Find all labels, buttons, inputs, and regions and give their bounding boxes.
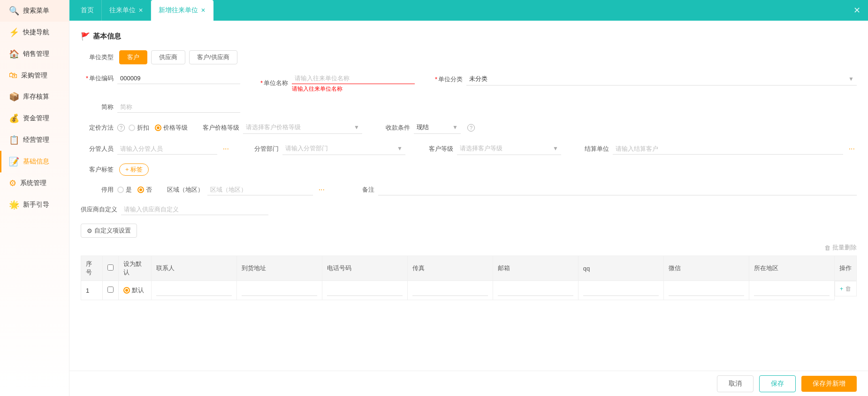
tab-counterparty-close[interactable]: ✕	[138, 7, 143, 14]
sidebar-item-purchase[interactable]: 🛍 采购管理	[0, 65, 69, 86]
abbr-input[interactable]	[117, 101, 240, 113]
row-delete-btn[interactable]: 🗑	[845, 285, 851, 292]
unit-code-name-category-row: 单位编码 单位名称 请输入往来单位名称 单位分类 未分类 ▼	[81, 73, 857, 93]
tab-bar: 首页 往来单位 ✕ 新增往来单位 ✕ ✕	[69, 0, 868, 21]
row-qq-input[interactable]	[583, 285, 659, 296]
pricing-method-help-icon[interactable]: ?	[117, 124, 125, 132]
inventory-icon: 📦	[9, 92, 19, 102]
sidebar-item-label: 搜索菜单	[23, 7, 49, 15]
finance-icon: 💰	[9, 113, 19, 124]
row-fax-input[interactable]	[412, 285, 488, 296]
customer-price-level-select[interactable]: 请选择客户价格等级 ▼	[243, 121, 362, 134]
customer-price-level-label: 客户价格等级	[203, 124, 239, 132]
customer-level-select[interactable]: 请选择客户等级 ▼	[457, 142, 561, 155]
unit-type-row: 单位类型 客户 供应商 客户/供应商	[81, 50, 857, 64]
row-contact-input[interactable]	[156, 285, 232, 296]
close-all-tabs-button[interactable]: ✕	[850, 3, 864, 17]
unit-name-wrap: 请输入往来单位名称	[292, 73, 415, 93]
row-email-input[interactable]	[498, 285, 573, 296]
unit-code-input[interactable]	[117, 73, 240, 84]
unit-category-select[interactable]: 未分类 ▼	[466, 73, 857, 85]
discount-label: 折扣	[137, 124, 149, 132]
supplier-custom-input[interactable]	[121, 204, 268, 215]
sidebar-item-finance[interactable]: 💰 资金管理	[0, 108, 69, 129]
col-phone: 电话号码	[322, 256, 407, 281]
row-checkbox	[102, 281, 118, 300]
select-all-checkbox[interactable]	[107, 264, 114, 271]
tab-home[interactable]: 首页	[73, 0, 102, 21]
custom-settings-label: 自定义项设置	[94, 226, 131, 235]
payment-terms-arrow: ▼	[452, 124, 458, 131]
manager-input[interactable]	[117, 143, 217, 155]
save-button[interactable]: 保存	[759, 375, 796, 392]
sidebar-item-quicknav[interactable]: ⚡ 快捷导航	[0, 22, 69, 43]
manager-more-btn[interactable]: ···	[221, 145, 231, 153]
row-region	[749, 281, 834, 300]
row-checkbox-1[interactable]	[107, 287, 114, 293]
tab-counterparty[interactable]: 往来单位 ✕	[102, 0, 151, 21]
sidebar-item-system[interactable]: ⚙ 系统管理	[0, 172, 69, 194]
unit-type-customer-btn[interactable]: 客户	[119, 50, 147, 64]
row-address-input[interactable]	[242, 285, 317, 296]
batch-delete-button[interactable]: 🗑 批量删除	[824, 243, 857, 252]
row-wechat-input[interactable]	[669, 285, 744, 296]
pricing-discount-radio[interactable]: 折扣	[129, 124, 149, 132]
row-phone-input[interactable]	[327, 285, 403, 296]
search-menu-icon: 🔍	[9, 6, 19, 16]
region-input[interactable]	[207, 184, 313, 195]
row-default-radio[interactable]: 默认	[123, 286, 147, 295]
sidebar-item-search[interactable]: 🔍 搜索菜单	[0, 0, 69, 22]
gear-icon: ⚙	[87, 227, 92, 234]
abbr-group: 简称	[81, 101, 240, 113]
customer-tags-group: 客户标签 + 标签	[81, 163, 149, 176]
sidebar-item-basicinfo[interactable]: 📝 基础信息	[0, 151, 69, 172]
disabled-label: 停用	[81, 186, 114, 194]
unit-type-supplier-btn[interactable]: 供应商	[151, 50, 185, 64]
unit-type-both-btn[interactable]: 客户/供应商	[189, 50, 237, 64]
disabled-no-radio[interactable]: 否	[137, 186, 152, 194]
sidebar-item-sales[interactable]: 🏠 销售管理	[0, 43, 69, 65]
add-tag-button[interactable]: + 标签	[119, 163, 149, 176]
col-email: 邮箱	[493, 256, 578, 281]
customer-level-placeholder: 请选择客户等级	[460, 144, 503, 153]
col-actions: 操作	[834, 256, 856, 281]
disabled-region-remark-row: 停用 是 否 区域（地区） ···	[81, 184, 857, 195]
section-title-label: 基本信息	[93, 32, 121, 41]
table-row: 1 默认	[81, 281, 857, 300]
unit-category-value: 未分类	[469, 75, 487, 83]
unit-category-group: 单位分类 未分类 ▼	[430, 73, 857, 85]
contact-table: 序号 设为默认 联系人 到货地址 电话号码 传真 邮箱 qq 微信 所在地区 操…	[81, 256, 857, 300]
sidebar-item-operations[interactable]: 📋 经营管理	[0, 129, 69, 151]
content-area: 🚩 基本信息 单位类型 客户 供应商 客户/供应商 单位编码 单位名称	[69, 21, 868, 371]
settlement-unit-more-btn[interactable]: ···	[847, 145, 857, 153]
sidebar-item-inventory[interactable]: 📦 库存核算	[0, 86, 69, 108]
sidebar-item-label: 资金管理	[23, 114, 49, 123]
cancel-button[interactable]: 取消	[717, 375, 754, 392]
region-more-btn[interactable]: ···	[317, 186, 327, 194]
row-add-btn[interactable]: +	[840, 285, 844, 292]
department-label: 分管部门	[246, 145, 279, 153]
tab-new-counterparty-close[interactable]: ✕	[201, 7, 206, 14]
unit-type-label: 单位类型	[81, 53, 114, 62]
sidebar-item-label: 快捷导航	[23, 28, 49, 37]
remark-input[interactable]	[378, 184, 857, 195]
disabled-yes-radio[interactable]: 是	[117, 186, 132, 194]
department-group: 分管部门 请输入分管部门 ▼	[246, 142, 405, 155]
pricing-level-radio[interactable]: 价格等级	[155, 124, 188, 132]
payment-terms-select[interactable]: 现结 ▼	[414, 121, 461, 134]
operations-icon: 📋	[9, 135, 19, 145]
settlement-unit-input[interactable]	[613, 143, 843, 155]
tab-new-counterparty[interactable]: 新增往来单位 ✕	[151, 0, 213, 21]
sidebar-item-newbie[interactable]: 🌟 新手引导	[0, 194, 69, 216]
customer-level-label: 客户等级	[420, 145, 453, 153]
save-and-new-button[interactable]: 保存并新增	[801, 376, 857, 392]
unit-name-input[interactable]	[292, 73, 415, 84]
custom-settings-button[interactable]: ⚙ 自定义项设置	[81, 224, 137, 238]
department-select[interactable]: 请输入分管部门 ▼	[282, 142, 405, 155]
disabled-no-label: 否	[146, 186, 152, 194]
tab-counterparty-label: 往来单位	[109, 6, 136, 15]
payment-terms-help-icon[interactable]: ?	[467, 124, 475, 132]
customer-tags-label: 客户标签	[81, 165, 114, 174]
bottom-bar: 取消 保存 保存并新增	[69, 371, 868, 396]
row-region-input[interactable]	[754, 285, 830, 296]
